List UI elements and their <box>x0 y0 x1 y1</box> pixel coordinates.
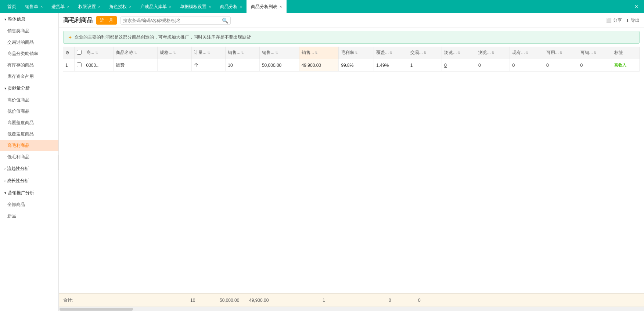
nav-product-inbound[interactable]: 产成品入库单 × <box>136 0 176 13</box>
sort-transaction-icon: ⇅ <box>424 51 427 55</box>
col-coverage[interactable]: 覆盖... ⇅ <box>374 47 408 59</box>
sidebar-item-category-assist-rate[interactable]: 商品分类助销率 <box>0 48 58 59</box>
col-checkbox[interactable] <box>74 47 84 59</box>
search-icon[interactable]: 🔍 <box>222 18 228 23</box>
share-button[interactable]: ⬜ 分享 <box>606 17 622 23</box>
col-sales-profit[interactable]: 销售... ⇅ <box>299 47 339 59</box>
scroll-thumb[interactable] <box>60 308 133 311</box>
sidebar-group-overall[interactable]: ▾ 整体信息 <box>0 13 58 25</box>
close-product-inbound[interactable]: × <box>169 4 171 9</box>
sidebar-item-low-coverage[interactable]: 低覆盖度商品 <box>0 129 58 140</box>
close-purchase[interactable]: × <box>67 4 69 9</box>
nav-product-analysis[interactable]: 商品分析 × <box>216 0 247 13</box>
sidebar-item-high-margin[interactable]: 高毛利商品 <box>0 140 58 151</box>
filter-period-button[interactable]: 近一月 <box>96 16 117 25</box>
sort-view1-icon: ⇅ <box>457 51 460 55</box>
row-checkbox[interactable] <box>77 62 82 67</box>
close-permissions[interactable]: × <box>98 4 100 9</box>
table-container: ⚙ 商... ⇅ 商品名称 <box>59 47 644 293</box>
col-unit[interactable]: 计量... ⇅ <box>191 47 226 59</box>
col-settings[interactable]: ⚙ <box>63 47 74 59</box>
sidebar-item-all-goods[interactable]: 全部商品 <box>0 199 58 210</box>
sidebar-group-contribution[interactable]: ▾ 贡献量分析 <box>0 82 58 94</box>
table-row: 1 0000... 运费 个 10 50,000.00 49,900.00 99… <box>63 59 640 72</box>
content-header: 高毛利商品 近一月 🔍 ⬜ 分享 ⬇ 导出 <box>59 13 644 28</box>
nav-permissions[interactable]: 权限设置 × <box>74 0 105 13</box>
cell-name: 运费 <box>114 59 158 72</box>
sidebar-group-marketing-items: 全部商品 新品 <box>0 199 58 222</box>
cell-sales-amount: 50,000.00 <box>259 59 299 72</box>
data-table: ⚙ 商... ⇅ 商品名称 <box>63 47 640 72</box>
sort-saleable-icon: ⇅ <box>594 51 597 55</box>
sidebar-group-growth[interactable]: › 成长性分析 <box>0 175 58 187</box>
sidebar-group-trend[interactable]: › 流趋性分析 <box>0 163 58 175</box>
sort-coverage-icon: ⇅ <box>389 51 392 55</box>
main-layout: « ▾ 整体信息 销售类商品 交易过的商品 商品分类助销率 有库存的商品 库存资… <box>0 13 644 311</box>
col-saleable[interactable]: 可销... ⇅ <box>578 47 612 59</box>
sidebar-item-new-goods[interactable]: 新品 <box>0 210 58 222</box>
sort-spec-icon: ⇅ <box>173 51 176 55</box>
col-transaction[interactable]: 交易... ⇅ <box>408 47 442 59</box>
nav-home[interactable]: 首页 <box>3 0 21 13</box>
sidebar-item-sales-goods[interactable]: 销售类商品 <box>0 25 58 37</box>
close-product-analysis[interactable]: × <box>240 4 242 9</box>
arrow-overall: ▾ <box>4 17 6 21</box>
col-code[interactable]: 商... ⇅ <box>84 47 114 59</box>
footer-current-stock: 0 <box>386 298 416 303</box>
sort-sales-qty-icon: ⇅ <box>241 51 244 55</box>
sidebar-item-traded-goods[interactable]: 交易过的商品 <box>0 37 58 48</box>
sort-current-stock-icon: ⇅ <box>525 51 528 55</box>
close-roles[interactable]: × <box>129 4 131 9</box>
sort-code-icon: ⇅ <box>95 51 98 55</box>
cell-code: 0000... <box>84 59 114 72</box>
horizontal-scrollbar[interactable] <box>59 307 644 311</box>
sort-margin-icon: ⇅ <box>355 51 358 55</box>
nav-sales-order[interactable]: 销售单 × <box>21 0 47 13</box>
arrow-marketing: ▾ <box>4 191 6 195</box>
close-product-analysis-list[interactable]: × <box>280 4 282 9</box>
cell-saleable: 0 <box>578 59 612 72</box>
cell-current-stock: 0 <box>510 59 544 72</box>
sidebar-item-in-stock-goods[interactable]: 有库存的商品 <box>0 59 58 71</box>
col-name[interactable]: 商品名称 ⇅ <box>114 47 158 59</box>
cell-view2: 0 <box>476 59 510 72</box>
close-sales-order[interactable]: × <box>40 4 43 9</box>
sidebar-item-low-value[interactable]: 低价值商品 <box>0 106 58 117</box>
col-current-stock[interactable]: 现有... ⇅ <box>510 47 544 59</box>
col-tag[interactable]: 标签 <box>612 47 640 59</box>
sidebar-item-inventory-capital[interactable]: 库存资金占用 <box>0 71 58 82</box>
header-actions: ⬜ 分享 ⬇ 导出 <box>606 17 640 23</box>
nav-roles[interactable]: 角色授权 × <box>105 0 136 13</box>
table-footer: 合计: 10 50,000.00 49,900.00 1 0 0 <box>59 293 644 307</box>
sidebar-group-contribution-items: 高价值商品 低价值商品 高覆盖度商品 低覆盖度商品 高毛利商品 低毛利商品 <box>0 94 58 163</box>
col-view2[interactable]: 浏览... ⇅ <box>476 47 510 59</box>
sidebar-item-low-margin[interactable]: 低毛利商品 <box>0 151 58 163</box>
col-sales-amount[interactable]: 销售... ⇅ <box>259 47 299 59</box>
export-icon: ⬇ <box>626 18 629 23</box>
search-input[interactable] <box>123 18 222 23</box>
col-spec[interactable]: 规格... ⇅ <box>158 47 192 59</box>
sort-name-icon: ⇅ <box>134 51 137 55</box>
cell-view1[interactable]: 0 <box>442 59 476 72</box>
nav-purchase[interactable]: 进货单 × <box>47 0 73 13</box>
col-margin[interactable]: 毛利率 ⇅ <box>339 47 374 59</box>
col-view1[interactable]: 浏览... ⇅ <box>442 47 476 59</box>
footer-sales-qty: 10 <box>188 298 217 303</box>
sidebar-group-marketing[interactable]: ▾ 营销推广分析 <box>0 187 58 199</box>
table-body: 1 0000... 运费 个 10 50,000.00 49,900.00 99… <box>63 59 640 72</box>
col-sales-qty[interactable]: 销售... ⇅ <box>226 47 260 59</box>
export-button[interactable]: ⬇ 导出 <box>626 17 640 23</box>
nav-product-analysis-list[interactable]: 商品分析列表 × <box>247 0 286 13</box>
col-available[interactable]: 可用... ⇅ <box>544 47 578 59</box>
cell-checkbox[interactable] <box>74 59 84 72</box>
select-all-checkbox[interactable] <box>77 50 82 55</box>
page-title: 高毛利商品 <box>63 17 93 24</box>
nav-template[interactable]: 单据模板设置 × <box>176 0 215 13</box>
sidebar-item-high-coverage[interactable]: 高覆盖度商品 <box>0 117 58 129</box>
info-icon: ✦ <box>68 35 72 40</box>
sidebar-item-high-value[interactable]: 高价值商品 <box>0 94 58 106</box>
share-icon: ⬜ <box>606 18 612 23</box>
sort-unit-icon: ⇅ <box>207 51 210 55</box>
close-template[interactable]: × <box>209 4 211 9</box>
window-close-button[interactable]: × <box>632 3 641 10</box>
